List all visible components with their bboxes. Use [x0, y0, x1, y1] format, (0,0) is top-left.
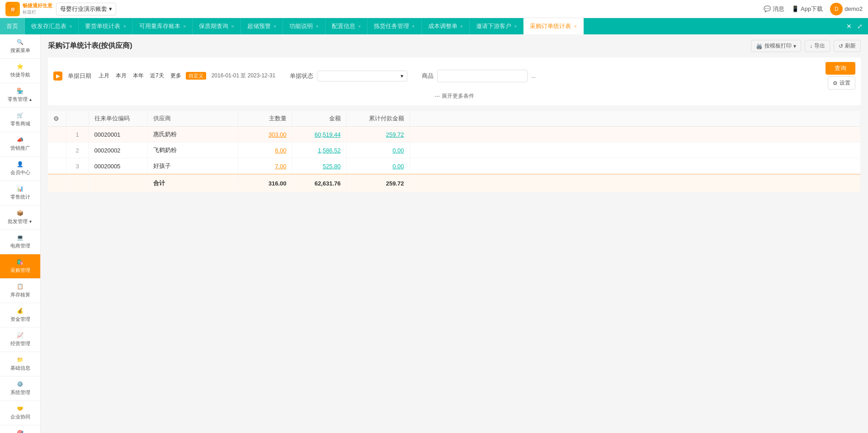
tab-purchase-stats[interactable]: 采购订单统计表 ×	[524, 18, 583, 34]
stats-icon: 📊	[17, 186, 24, 192]
date-option-7days[interactable]: 近7天	[148, 71, 166, 81]
nav-close-icon[interactable]: ✕	[844, 22, 854, 31]
template-print-button[interactable]: 🖨️ 按模板打印 ▾	[751, 40, 801, 52]
tab-function-desc-close[interactable]: ×	[316, 24, 318, 29]
column-header-extra	[410, 111, 861, 127]
row-2-settings	[48, 143, 66, 158]
filter-more-button[interactable]: ...	[531, 73, 536, 79]
data-table: ⚙ 往来单位编码 供应商 主数量 金额 累计付款金额	[48, 111, 861, 192]
tab-invite-downstream[interactable]: 邀请下游客户 ×	[470, 18, 524, 34]
tab-usable-stock[interactable]: 可用量库存账本 ×	[133, 18, 193, 34]
date-custom-badge[interactable]: 自定义	[186, 72, 206, 80]
sidebar-item-wholesale[interactable]: 📦 批发管理 ▼	[0, 205, 40, 229]
row-2-qty[interactable]: 6.00	[238, 143, 292, 158]
footer-amount: 62,631.76	[292, 174, 346, 192]
date-option-more[interactable]: 更多	[169, 71, 183, 81]
row-1-supplier: 惠氏奶粉	[147, 127, 238, 143]
tab-expiry-query-close[interactable]: ×	[231, 24, 234, 29]
row-3-supplier: 好孩子	[147, 158, 238, 175]
tab-usable-stock-close[interactable]: ×	[183, 24, 186, 29]
table-header-row: ⚙ 往来单位编码 供应商 主数量 金额 累计付款金额	[48, 111, 861, 127]
row-3-num: 3	[66, 158, 89, 175]
tab-receive-summary[interactable]: 收发存汇总表 ×	[25, 18, 79, 34]
row-1-amount[interactable]: 60,519.44	[292, 127, 346, 143]
sidebar-item-quick-nav[interactable]: ⭐ 快捷导航	[0, 59, 40, 83]
sidebar-item-search[interactable]: 🔍 搜索菜单	[0, 34, 40, 58]
sidebar-item-retail-mall[interactable]: 🛒 零售商城	[0, 108, 40, 132]
sidebar-item-member[interactable]: 👤 会员中心	[0, 157, 40, 181]
sidebar-inventory-section: 📋 库存核算	[0, 279, 40, 303]
tab-function-desc[interactable]: 功能说明 ×	[283, 18, 325, 34]
tab-pick-task[interactable]: 拣货任务管理 ×	[368, 18, 421, 34]
date-filter-label: 单据日期	[68, 72, 91, 80]
sidebar-item-marketing[interactable]: 📣 营销推广	[0, 132, 40, 156]
message-button[interactable]: 💬 消息	[764, 5, 784, 13]
sidebar-item-purchase[interactable]: 🛍️ 采购管理	[0, 254, 40, 278]
sidebar-item-business[interactable]: 📈 经营管理	[0, 328, 40, 352]
sidebar-item-enterprise-collab[interactable]: 🤝 企业协同	[0, 401, 40, 425]
sidebar-item-ecommerce[interactable]: 💻 电商管理	[0, 230, 40, 254]
expand-more-conditions-button[interactable]: ⋯ 展开更多条件	[434, 92, 474, 100]
row-1-paid[interactable]: 259.72	[346, 127, 410, 143]
app-download-button[interactable]: 📱 App下载	[792, 5, 823, 13]
nav-expand-icon[interactable]: ⤢	[855, 22, 864, 31]
row-2-paid[interactable]: 0.00	[346, 143, 410, 158]
tab-expiry-query[interactable]: 保质期查询 ×	[193, 18, 241, 34]
goods-input[interactable]	[437, 70, 528, 82]
tab-purchase-stats-close[interactable]: ×	[574, 24, 576, 29]
status-filter-label: 单据状态	[290, 72, 313, 80]
tab-goods-stats[interactable]: 要货单统计表 ×	[79, 18, 132, 34]
search-icon: 🔍	[17, 39, 24, 45]
tab-config-info-close[interactable]: ×	[358, 24, 361, 29]
refresh-button[interactable]: ↺ 刷新	[834, 40, 861, 52]
tab-cost-adjust[interactable]: 成本调整单 ×	[422, 18, 470, 34]
member-icon: 👤	[17, 161, 24, 167]
export-button[interactable]: ↓ 导出	[805, 40, 830, 52]
user-area[interactable]: D demo2	[830, 3, 863, 15]
row-3-paid[interactable]: 0.00	[346, 158, 410, 175]
sidebar-basic-info-section: 📁 基础信息	[0, 352, 40, 376]
tab-goods-stats-close[interactable]: ×	[123, 24, 126, 29]
query-button[interactable]: 查询	[826, 62, 855, 75]
tab-receive-summary-close[interactable]: ×	[69, 24, 72, 29]
top-bar: 好 畅捷通好生意 标题栏 母婴行业演示账套 ▾ 💬 消息 📱 App下载 D d…	[0, 0, 868, 18]
tab-pick-task-close[interactable]: ×	[412, 24, 415, 29]
date-option-last-month[interactable]: 上月	[97, 71, 111, 81]
sidebar-item-basic-info[interactable]: 📁 基础信息	[0, 352, 40, 376]
column-header-settings[interactable]: ⚙	[48, 111, 66, 127]
status-select[interactable]: ▾	[317, 71, 407, 81]
date-option-this-year[interactable]: 本年	[131, 71, 146, 81]
sidebar-item-system[interactable]: ⚙️ 系统管理	[0, 376, 40, 400]
nav-tabs: 首页 收发存汇总表 × 要货单统计表 × 可用量库存账本 × 保质期查询 × 超…	[0, 18, 868, 34]
tab-config-info[interactable]: 配置信息 ×	[326, 18, 368, 34]
tab-overstock-warning[interactable]: 超储预警 ×	[241, 18, 283, 34]
row-1-qty[interactable]: 303.00	[238, 127, 292, 143]
basic-info-icon: 📁	[17, 357, 24, 363]
tab-cost-adjust-close[interactable]: ×	[460, 24, 463, 29]
page-content: 采购订单统计表(按供应商) 🖨️ 按模板打印 ▾ ↓ 导出 ↺ 刷新	[41, 34, 868, 433]
tab-home[interactable]: 首页	[0, 18, 25, 34]
row-2-code: 00020002	[89, 143, 147, 158]
logo-text: 畅捷通好生意 标题栏	[23, 2, 52, 15]
filter-date-options: 上月 本月 本年 近7天 更多 自定义	[97, 71, 206, 81]
row-2-amount[interactable]: 1,586.52	[292, 143, 346, 158]
avatar: D	[830, 3, 843, 15]
sidebar-item-retail-manage[interactable]: 🏪 零售管理 ▲	[0, 83, 40, 107]
chevron-down-icon-wholesale: ▼	[28, 219, 33, 224]
tab-goods-stats-label: 要货单统计表	[85, 22, 120, 30]
sidebar-item-finance[interactable]: 💰 资金管理	[0, 303, 40, 327]
filter-area: ▶ 单据日期 上月 本月 本年 近7天 更多 自定义 2016-01-01 至 …	[48, 57, 861, 105]
sidebar-item-inventory[interactable]: 📋 库存核算	[0, 279, 40, 303]
sidebar-item-retail-stats[interactable]: 📊 零售统计	[0, 181, 40, 205]
tab-invite-downstream-close[interactable]: ×	[514, 24, 517, 29]
row-3-qty[interactable]: 7.00	[238, 158, 292, 175]
filter-toggle-button[interactable]: ▶	[53, 71, 62, 81]
sidebar-item-new-guide[interactable]: 🎯 新手引导	[0, 425, 40, 433]
date-option-this-month[interactable]: 本月	[114, 71, 128, 81]
table-body: 1 00020001 惠氏奶粉 303.00 60,519.44 259.72 …	[48, 127, 861, 175]
row-3-amount[interactable]: 525.80	[292, 158, 346, 175]
workspace-selector[interactable]: 母婴行业演示账套 ▾	[56, 3, 116, 15]
tab-overstock-warning-close[interactable]: ×	[274, 24, 276, 29]
sidebar-purchase-label: 采购管理	[10, 267, 30, 274]
settings-button[interactable]: ⚙ 设置	[828, 76, 855, 90]
